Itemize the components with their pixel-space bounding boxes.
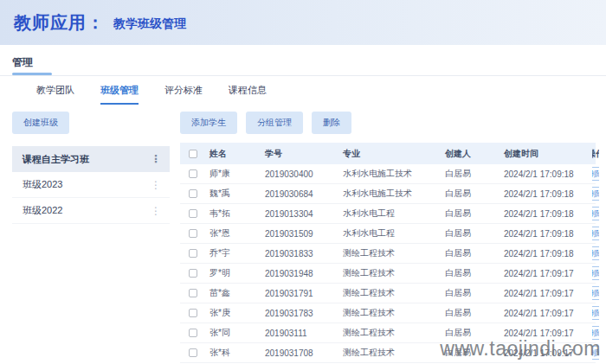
sidebar-item-self-study-class[interactable]: 课程自主学习班 ⋮ [12, 146, 170, 172]
row-creator: 白居易 [442, 347, 500, 359]
student-id: 2019031948 [261, 269, 339, 278]
row-delete-button[interactable]: 删除 [592, 266, 599, 281]
row-creator: 白居易 [442, 327, 500, 339]
student-table: 姓名 学号 专业 创建人 创建时间 操作 师*康 2019030400 水利水电… [180, 143, 596, 363]
class-sidebar: 创建班级 课程自主学习班 ⋮ 班级2023 ⋮ 班级2022 ⋮ [12, 112, 170, 364]
row-created-time: 2024/2/1 17:09:17 [500, 269, 592, 278]
row-delete-button[interactable]: 删除 [592, 326, 599, 341]
tab-course-info[interactable]: 课程信息 [229, 84, 267, 105]
row-checkbox[interactable] [189, 209, 197, 218]
row-created-time: 2024/2/1 17:09:17 [500, 289, 592, 298]
table-row: 张*庚 2019031783 测绘工程技术 白居易 2024/2/1 17:09… [180, 303, 596, 323]
class-name-label: 班级2022 [23, 204, 62, 217]
add-student-button[interactable]: 添加学生 [180, 112, 237, 134]
student-major: 水利水电工程 [339, 208, 442, 220]
more-options-icon[interactable]: ⋮ [151, 180, 161, 190]
row-checkbox[interactable] [189, 329, 197, 337]
row-checkbox[interactable] [189, 169, 197, 178]
student-id: 2019031509 [261, 229, 339, 239]
select-all-checkbox[interactable] [189, 150, 197, 158]
student-major: 测绘工程技术 [339, 327, 442, 339]
row-delete-button[interactable]: 删除 [592, 306, 599, 321]
tab-teaching-team[interactable]: 教学团队 [36, 84, 74, 105]
column-header-creator: 创建人 [442, 148, 500, 160]
table-row: 罗*明 2019031948 测绘工程技术 白居易 2024/2/1 17:09… [180, 264, 596, 284]
row-delete-button[interactable]: 删除 [592, 227, 599, 241]
delete-button[interactable]: 删除 [312, 112, 351, 134]
tab-scoring-standard[interactable]: 评分标准 [164, 84, 203, 105]
sidebar-item-class-2022[interactable]: 班级2022 ⋮ [12, 198, 170, 224]
row-checkbox[interactable] [189, 309, 197, 317]
table-row: 张*恩 2019031509 水利水电工程 白居易 2024/2/1 17:09… [180, 224, 596, 244]
student-id: 2019031791 [261, 289, 339, 298]
student-id: 2019031708 [261, 348, 339, 358]
toolbar: 添加学生 分组管理 删除 [180, 112, 596, 134]
student-name: 张*同 [206, 327, 261, 339]
row-created-time: 2024/2/1 17:09:18 [500, 229, 592, 239]
student-name: 张*庚 [206, 307, 261, 319]
row-checkbox[interactable] [189, 249, 197, 258]
row-delete-button[interactable]: 删除 [592, 346, 599, 361]
tab-class-management[interactable]: 班级管理 [100, 84, 139, 105]
student-id: 2019030684 [261, 189, 339, 199]
column-header-operation: 操作 [592, 148, 599, 160]
column-header-created-at: 创建时间 [500, 148, 592, 160]
student-id: 201903111 [261, 329, 339, 338]
row-checkbox[interactable] [189, 289, 197, 297]
row-created-time: 2024/2/1 17:09:18 [500, 189, 592, 199]
sidebar-item-class-2023[interactable]: 班级2023 ⋮ [12, 172, 170, 198]
row-created-time: 2024/2/1 17:09:17 [500, 348, 592, 358]
row-checkbox[interactable] [189, 229, 197, 238]
student-major: 水利水电施工技术 [339, 168, 442, 180]
student-name: 韦*拓 [206, 208, 261, 220]
table-row: 魏*禹 2019030684 水利水电施工技术 白居易 2024/2/1 17:… [180, 184, 596, 204]
column-header-student-id: 学号 [261, 148, 339, 160]
student-name: 张*科 [206, 347, 261, 359]
app-title: 教师应用： [14, 11, 105, 35]
row-delete-button[interactable]: 删除 [592, 187, 599, 201]
table-row: 张*科 2019031708 测绘工程技术 白居易 2024/2/1 17:09… [180, 343, 596, 363]
student-major: 水利水电施工技术 [339, 188, 442, 200]
student-panel: 添加学生 分组管理 删除 姓名 学号 专业 创建人 创建时间 操作 师*康 20… [180, 112, 596, 364]
row-delete-button[interactable]: 删除 [592, 167, 599, 182]
create-class-button[interactable]: 创建班级 [12, 112, 69, 134]
row-checkbox[interactable] [189, 189, 197, 198]
tab-bar: 教学团队 班级管理 评分标准 课程信息 [0, 76, 606, 105]
row-delete-button[interactable]: 删除 [592, 286, 599, 301]
student-name: 乔*宇 [206, 247, 261, 259]
row-checkbox[interactable] [189, 269, 197, 278]
student-name: 苗*鑫 [206, 287, 261, 299]
row-created-time: 2024/2/1 17:09:17 [500, 329, 592, 338]
row-checkbox[interactable] [189, 348, 197, 357]
table-row: 乔*宇 2019031833 测绘工程技术 白居易 2024/2/1 17:09… [180, 244, 596, 264]
section-label: 管理 [12, 55, 33, 70]
student-id: 2019013304 [261, 209, 339, 219]
more-options-icon[interactable]: ⋮ [151, 154, 161, 164]
group-manage-button[interactable]: 分组管理 [246, 112, 303, 134]
page-title: 教学班级管理 [113, 16, 186, 32]
row-delete-button[interactable]: 删除 [592, 246, 599, 261]
table-row: 苗*鑫 2019031791 测绘工程技术 白居易 2024/2/1 17:09… [180, 284, 596, 303]
table-row: 韦*拓 2019013304 水利水电工程 白居易 2024/2/1 17:09… [180, 204, 596, 224]
student-name: 魏*禹 [206, 188, 261, 200]
student-major: 测绘工程技术 [339, 347, 442, 359]
class-list: 课程自主学习班 ⋮ 班级2023 ⋮ 班级2022 ⋮ [12, 146, 170, 224]
row-delete-button[interactable]: 删除 [592, 207, 599, 221]
row-created-time: 2024/2/1 17:09:18 [500, 249, 592, 259]
student-major: 测绘工程技术 [339, 307, 442, 319]
student-id: 2019031833 [261, 249, 339, 259]
row-created-time: 2024/2/1 17:09:18 [500, 169, 592, 179]
row-created-time: 2024/2/1 17:09:17 [500, 309, 592, 318]
row-creator: 白居易 [442, 287, 500, 299]
student-major: 水利水电工程 [339, 227, 442, 239]
row-creator: 白居易 [442, 267, 500, 279]
column-header-major: 专业 [339, 148, 442, 160]
more-options-icon[interactable]: ⋮ [151, 206, 161, 216]
table-body: 师*康 2019030400 水利水电施工技术 白居易 2024/2/1 17:… [180, 164, 596, 363]
student-name: 师*康 [206, 168, 261, 180]
row-creator: 白居易 [442, 247, 500, 259]
row-creator: 白居易 [442, 188, 500, 200]
class-name-label: 课程自主学习班 [23, 153, 89, 166]
column-header-name: 姓名 [206, 148, 261, 160]
table-row: 张*同 201903111 测绘工程技术 白居易 2024/2/1 17:09:… [180, 323, 596, 343]
